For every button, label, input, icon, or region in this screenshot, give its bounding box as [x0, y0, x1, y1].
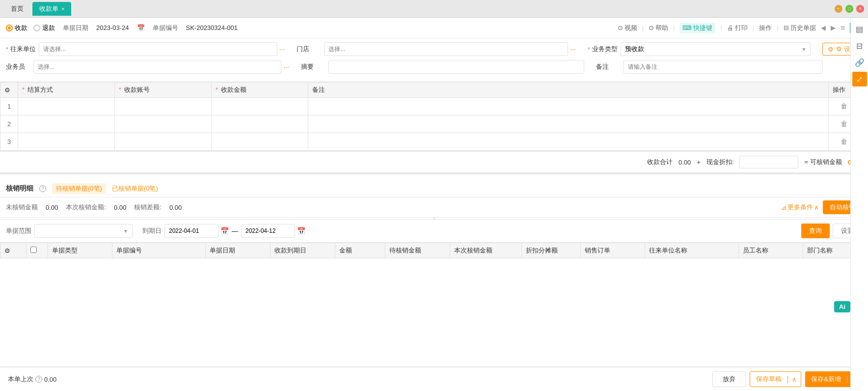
note-cell-1[interactable] — [308, 98, 828, 115]
shortcut-btn[interactable]: ⌨ 快捷键 — [679, 23, 715, 33]
table-row: 2 🗑 ⧉ — [0, 115, 868, 133]
date-to-input[interactable] — [241, 224, 295, 238]
settlement-cell-3[interactable] — [18, 133, 115, 151]
discount-input[interactable] — [739, 156, 798, 168]
th-note: 备注 — [308, 83, 828, 98]
radio-receipt-dot — [6, 25, 13, 31]
counterparty-more-btn[interactable]: ··· — [279, 45, 285, 53]
print-btn[interactable]: 🖨 打印 — [727, 24, 748, 32]
ai-badge[interactable]: Ai — [834, 301, 850, 312]
tab-verified[interactable]: 已核销单据(0笔) — [108, 183, 162, 194]
current-label: 本次核销金额: — [66, 203, 106, 212]
date-from-input[interactable] — [164, 224, 218, 238]
tab-home[interactable]: 首页 — [4, 2, 30, 16]
amount-cell-3[interactable] — [211, 133, 308, 151]
delete-icon-3[interactable]: 🗑 — [841, 138, 847, 146]
discard-button[interactable]: 放弃 — [712, 371, 746, 387]
row-num-3: 3 — [0, 133, 18, 151]
range-select[interactable]: ▼ — [34, 224, 133, 238]
receipt-table: ⚙ * 结算方式 * 收款账号 * 收款金额 — [0, 82, 868, 151]
video-btn[interactable]: ⊙ 视频 — [618, 24, 637, 32]
chevron-up-icon: ∧ — [814, 204, 819, 211]
sidebar-link-icon[interactable]: 🔗 — [852, 55, 867, 70]
number-value: SK-20230324-001 — [186, 24, 238, 31]
operation-btn[interactable]: 操作 — [759, 24, 772, 32]
date-range-group: 到期日 📅 — 📅 — [142, 224, 305, 238]
settlement-cell-1[interactable] — [18, 98, 115, 115]
calendar-from-icon[interactable]: 📅 — [220, 227, 229, 235]
account-cell-1[interactable] — [114, 98, 211, 115]
tab-pending[interactable]: 待核销单据(0笔) — [52, 183, 106, 194]
salesperson-input[interactable] — [33, 60, 281, 74]
calendar-to-icon[interactable]: 📅 — [297, 227, 305, 235]
tab-receipt[interactable]: 收款单 × — [32, 2, 71, 16]
settlement-cell-2[interactable] — [18, 115, 115, 133]
sidebar-doc-icon[interactable]: ⊟ — [852, 38, 867, 53]
save-draft-button[interactable]: 保存草稿 ∧ — [750, 371, 801, 387]
divider1: | — [642, 24, 644, 31]
bottom-gear-icon: ⚙ — [4, 247, 10, 254]
account-cell-2[interactable] — [114, 115, 211, 133]
radio-refund[interactable]: 退款 — [33, 24, 55, 32]
summary-input[interactable] — [328, 60, 584, 74]
maximize-button[interactable]: □ — [845, 5, 853, 13]
close-button[interactable]: × — [856, 5, 864, 13]
store-field: 门店 ··· — [297, 42, 575, 56]
calendar-icon[interactable]: 📅 — [137, 24, 145, 31]
radio-receipt-label: 收款 — [15, 24, 27, 32]
amount-cell-1[interactable] — [211, 98, 308, 115]
th-settings[interactable]: ⚙ — [0, 83, 18, 98]
unchecked-label: 未核销金额 — [6, 203, 38, 212]
save-draft-arrow-icon[interactable]: ∧ — [787, 376, 801, 383]
business-type-select[interactable]: 预收款 ▼ — [621, 42, 811, 56]
bottom-table-header-row: ⚙ 单据类型 单据编号 单据日期 — [0, 243, 868, 258]
list-view-icon[interactable]: ≡ — [841, 24, 845, 32]
account-cell-3[interactable] — [114, 133, 211, 151]
arrow-left-icon[interactable]: ◀ — [821, 24, 826, 31]
current-order-label: 本单上次 — [8, 375, 33, 384]
radio-receipt[interactable]: 收款 — [6, 24, 27, 32]
store-more-btn[interactable]: ··· — [570, 45, 576, 53]
bth-sales-order: 销售订单 — [580, 243, 645, 258]
sidebar-table-icon[interactable]: ▤ — [852, 22, 867, 36]
sidebar-expand-icon[interactable]: ⤢ — [852, 72, 867, 86]
delete-icon-2[interactable]: 🗑 — [841, 120, 847, 128]
counterparty-input[interactable] — [39, 42, 277, 56]
section-header: 核销明细 ? 待核销单据(0笔) 已核销单据(0笔) — [0, 178, 868, 197]
history-btn[interactable]: ⊟ 历史单据 — [784, 24, 816, 32]
question-icon: ⊙ — [649, 24, 654, 31]
bottom-table: ⚙ 单据类型 单据编号 单据日期 — [0, 243, 868, 258]
footer-info-icon[interactable]: ? — [35, 376, 42, 383]
salesperson-more-btn[interactable]: ··· — [283, 63, 289, 71]
toolbar-row: 收款 退款 单据日期 2023-03-24 📅 单据编号 SK-20230324… — [0, 18, 868, 38]
current-value: 0.00 — [114, 204, 126, 211]
total-label: 收款合计 — [647, 158, 673, 167]
note-field: 备注 — [596, 60, 823, 74]
more-conditions-btn[interactable]: ⊿ 更多条件 ∧ — [781, 203, 819, 212]
form-area: * 往来单位 ··· 门店 ··· * 业务类型 预收款 — [0, 38, 868, 82]
tab-bar: 首页 收款单 × − □ × — [0, 0, 868, 18]
delete-icon-1[interactable]: 🗑 — [841, 102, 847, 111]
amount-cell-2[interactable] — [211, 115, 308, 133]
save-new-label: 保存&新增 — [805, 375, 847, 384]
tab-home-label: 首页 — [11, 4, 24, 13]
store-input[interactable] — [324, 42, 568, 56]
info-icon[interactable]: ? — [39, 185, 46, 192]
th-amount: * 收款金额 — [211, 83, 308, 98]
arrow-right-icon[interactable]: ▶ — [831, 24, 836, 31]
help-btn[interactable]: ⊙ 帮助 — [649, 24, 668, 32]
select-all-checkbox[interactable] — [30, 247, 37, 253]
note-cell-2[interactable] — [308, 115, 828, 133]
number-label: 单据编号 — [153, 24, 178, 32]
bth-due-date: 收款到期日 — [270, 243, 335, 258]
note-cell-3[interactable] — [308, 133, 828, 151]
minimize-button[interactable]: − — [835, 5, 842, 13]
note-input[interactable] — [624, 60, 823, 74]
th-account: * 收款账号 — [114, 83, 211, 98]
bth-doc-type: 单据类型 — [48, 243, 112, 258]
bth-discount: 折扣分摊额 — [521, 243, 580, 258]
tab-close-icon[interactable]: × — [61, 6, 64, 12]
business-type-label: 业务类型 — [592, 45, 618, 54]
query-button[interactable]: 查询 — [801, 223, 830, 238]
bth-settings[interactable]: ⚙ — [0, 243, 27, 258]
